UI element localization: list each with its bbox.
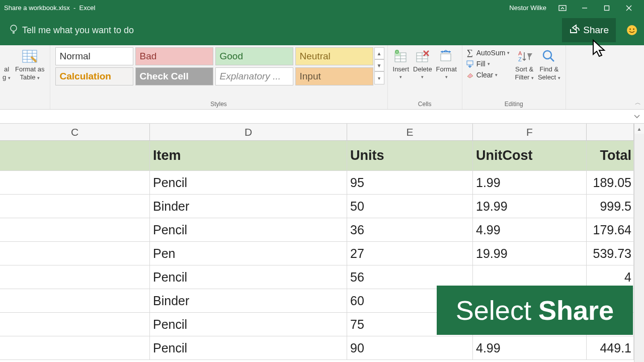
- tell-me-bar: Tell me what you want to do Share: [0, 15, 644, 45]
- svg-text:Z: Z: [518, 56, 522, 62]
- cell-unitcost[interactable]: 4.99: [473, 218, 587, 242]
- header-units[interactable]: Units: [347, 141, 473, 171]
- table-row: Binder5019.99999.5: [0, 195, 644, 218]
- clear-button[interactable]: Clear ▾: [465, 70, 510, 79]
- cell-item[interactable]: Binder: [150, 289, 347, 313]
- cell-item[interactable]: Pencil: [150, 171, 347, 195]
- sort-filter-icon: AZ: [516, 48, 532, 64]
- table-row: Pencil364.99179.64: [0, 218, 644, 242]
- column-headers: C D E F: [0, 124, 644, 141]
- app-name: Excel: [79, 4, 96, 12]
- cell-total[interactable]: 179.64: [587, 218, 634, 242]
- col-header-c[interactable]: C: [0, 124, 150, 140]
- style-bad[interactable]: Bad: [135, 47, 213, 65]
- find-select-icon: [541, 48, 557, 64]
- cell-unitcost[interactable]: 4.99: [473, 336, 587, 360]
- cell-total[interactable]: 449.1: [587, 336, 634, 360]
- cell-item[interactable]: Binder: [150, 195, 347, 218]
- header-total[interactable]: Total: [587, 141, 634, 171]
- styles-gallery-nav: ▲ ▼ ▾: [374, 47, 384, 84]
- cell-units[interactable]: 50: [347, 195, 473, 218]
- svg-point-8: [627, 25, 637, 35]
- svg-rect-29: [467, 61, 473, 65]
- table-row: Pencil904.99449.1: [0, 336, 644, 360]
- svg-text:+: +: [396, 50, 398, 54]
- styles-group-label: Styles: [210, 101, 227, 109]
- svg-point-32: [543, 51, 551, 59]
- find-select-button[interactable]: Find & Select ▾: [536, 47, 562, 82]
- cell-total[interactable]: 999.5: [587, 195, 634, 218]
- style-good[interactable]: Good: [215, 47, 293, 65]
- maximize-icon[interactable]: [596, 4, 618, 12]
- eraser-icon: [465, 70, 474, 79]
- scroll-up-icon[interactable]: ▲: [634, 124, 644, 134]
- conditional-formatting-button[interactable]: al g ▾: [0, 47, 13, 82]
- callout-text-b: Share: [538, 295, 614, 326]
- cell-units[interactable]: 27: [347, 242, 473, 265]
- vertical-scrollbar[interactable]: ▲: [634, 124, 644, 362]
- cell-styles-gallery[interactable]: Normal Bad Good Neutral Calculation Chec…: [55, 47, 373, 85]
- user-name[interactable]: Nestor Wilke: [509, 4, 546, 12]
- cell-item[interactable]: Pencil: [150, 336, 347, 360]
- gallery-scroll-down-icon[interactable]: ▼: [374, 59, 384, 71]
- formula-bar[interactable]: [0, 110, 644, 124]
- ribbon-display-options-icon[interactable]: [551, 4, 574, 12]
- style-calculation[interactable]: Calculation: [55, 67, 133, 85]
- style-normal[interactable]: Normal: [55, 47, 133, 65]
- svg-rect-28: [441, 54, 451, 61]
- sigma-icon: ∑: [465, 48, 474, 57]
- cell-unitcost[interactable]: 19.99: [473, 242, 587, 265]
- cell-unitcost[interactable]: 19.99: [473, 195, 587, 218]
- table-header-row: Item Units UnitCost Total: [0, 141, 644, 171]
- expand-formula-bar-icon[interactable]: [632, 112, 642, 121]
- ribbon: al g ▾ Format as Table ▾ Normal Bad Good…: [0, 45, 644, 110]
- fill-button[interactable]: Fill ▾: [465, 59, 510, 68]
- collapse-ribbon-icon[interactable]: ︿: [635, 99, 641, 107]
- col-header-d[interactable]: D: [150, 124, 347, 140]
- style-check-cell[interactable]: Check Cell: [135, 67, 213, 85]
- cell-item[interactable]: Pencil: [150, 313, 347, 336]
- svg-rect-0: [559, 6, 566, 11]
- share-button[interactable]: Share: [562, 18, 616, 42]
- cell-units[interactable]: 95: [347, 171, 473, 195]
- cell-item[interactable]: Pencil: [150, 218, 347, 242]
- autosum-button[interactable]: ∑ AutoSum ▾: [465, 48, 510, 57]
- minimize-icon[interactable]: [574, 4, 596, 12]
- cell-item[interactable]: Pen: [150, 242, 347, 265]
- cell-total[interactable]: 539.73: [587, 242, 634, 265]
- gallery-more-icon[interactable]: ▾: [374, 71, 384, 84]
- svg-text:A: A: [518, 50, 522, 56]
- close-icon[interactable]: [618, 4, 640, 12]
- svg-point-9: [629, 29, 631, 30]
- cell-total[interactable]: 189.05: [587, 171, 634, 195]
- instruction-callout: Select Share: [437, 286, 633, 335]
- col-header-g[interactable]: [587, 124, 634, 140]
- filename: Share a workbook.xlsx: [4, 4, 70, 12]
- feedback-smiley-icon[interactable]: [625, 23, 639, 37]
- delete-cells-icon: [415, 48, 431, 64]
- svg-rect-2: [605, 6, 609, 11]
- insert-cells-button[interactable]: + Insert▾: [391, 47, 412, 80]
- delete-cells-button[interactable]: Delete▾: [411, 47, 434, 80]
- svg-line-33: [550, 58, 554, 61]
- style-neutral[interactable]: Neutral: [295, 47, 373, 65]
- editing-group-label: Editing: [505, 101, 523, 109]
- fill-down-icon: [465, 59, 474, 68]
- style-input[interactable]: Input: [295, 67, 373, 85]
- cell-units[interactable]: 90: [347, 336, 473, 360]
- style-explanatory[interactable]: Explanatory ...: [215, 67, 293, 85]
- gallery-scroll-up-icon[interactable]: ▲: [374, 47, 384, 59]
- sort-filter-button[interactable]: AZ Sort & Filter ▾: [513, 47, 536, 82]
- header-item[interactable]: Item: [150, 141, 347, 171]
- cell-item[interactable]: Pencil: [150, 265, 347, 289]
- format-cells-button[interactable]: Format▾: [434, 47, 459, 80]
- format-as-table-button[interactable]: Format as Table ▾: [13, 47, 47, 82]
- col-header-e[interactable]: E: [347, 124, 473, 140]
- tell-me-text[interactable]: Tell me what you want to do: [22, 25, 134, 36]
- cell-unitcost[interactable]: 1.99: [473, 171, 587, 195]
- svg-point-5: [11, 25, 17, 31]
- cell-units[interactable]: 36: [347, 218, 473, 242]
- callout-text-a: Select: [456, 295, 531, 326]
- header-unitcost[interactable]: UnitCost: [473, 141, 587, 171]
- col-header-f[interactable]: F: [473, 124, 587, 140]
